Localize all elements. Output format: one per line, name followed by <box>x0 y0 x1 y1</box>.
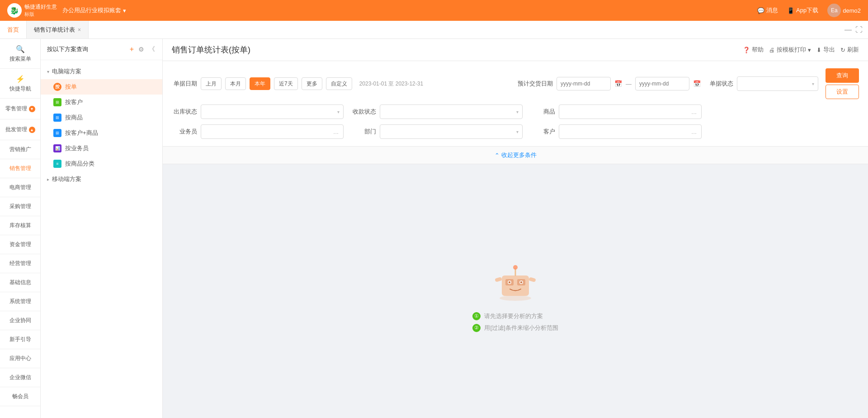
prev-month-btn[interactable]: 上月 <box>201 77 222 90</box>
empty-illustration <box>488 251 542 305</box>
sidebar-item-retail[interactable]: 零售管理 ▾ <box>0 99 40 119</box>
template-print-btn[interactable]: 🖨 按模板打印 ▾ <box>769 46 811 54</box>
sidebar-item-app-center[interactable]: 应用中心 <box>0 349 40 368</box>
sidebar-new-guide-label: 新手引导 <box>9 336 31 343</box>
sidebar-item-enterprise-wechat[interactable]: 企业微信 <box>0 368 40 387</box>
single-status-field: 单据状态 ▾ <box>708 76 818 91</box>
single-status-label: 单据状态 <box>708 80 733 88</box>
export-label: 导出 <box>823 46 835 54</box>
curr-month-btn[interactable]: 本月 <box>225 77 246 90</box>
scheme-group-mobile-header[interactable]: ▸ 移动端方案 <box>41 171 162 187</box>
predict-end-cal-icon[interactable]: 📅 <box>693 80 701 87</box>
avatar: Ea <box>827 4 841 17</box>
scheme-item-by-salesperson[interactable]: 📊 按业务员 <box>41 141 162 156</box>
by-product-icon: ⊞ <box>53 114 61 122</box>
print-dropdown-icon: ▾ <box>808 47 811 53</box>
custom-date-btn[interactable]: 自定义 <box>326 77 352 90</box>
tab-bar-actions: — ⛶ <box>844 26 868 34</box>
predict-start-cal-icon[interactable]: 📅 <box>614 80 622 87</box>
sidebar-item-sales[interactable]: 销售管理 <box>0 159 40 178</box>
pay-status-label: 收款状态 <box>351 108 376 116</box>
company-name: 办公用品行业模拟账套 <box>62 6 121 14</box>
sidebar-search-label: 搜索菜单 <box>9 55 31 63</box>
sidebar-item-basic-info[interactable]: 基础信息 <box>0 273 40 292</box>
department-select[interactable]: ▾ <box>380 124 523 139</box>
sidebar-item-marketing[interactable]: 营销推广 <box>0 140 40 159</box>
tip-num-1: ① <box>472 312 481 320</box>
top-bar-right: 💬 消息 📱 App下载 Ea demo2 <box>757 4 861 17</box>
sidebar-item-quick-nav[interactable]: ⚡ 快捷导航 <box>0 69 40 99</box>
company-selector[interactable]: 办公用品行业模拟账套 ▾ <box>62 6 126 14</box>
action-col: 查询 设置 <box>826 68 859 99</box>
pay-status-select[interactable]: ▾ <box>380 104 523 119</box>
help-btn[interactable]: ❓ 帮助 <box>743 46 764 54</box>
scheme-item-by-customer-product[interactable]: ⊞ 按客户+商品 <box>41 125 162 141</box>
message-btn[interactable]: 💬 消息 <box>757 6 778 14</box>
predict-date-field: 预计交货日期 📅 — 📅 <box>518 77 701 90</box>
predict-end-date-input[interactable] <box>635 77 689 90</box>
customer-label: 客户 <box>530 128 555 136</box>
scheme-item-by-customer[interactable]: ⊞ 按客户 <box>41 95 162 110</box>
salesperson-input[interactable]: ... <box>201 124 344 139</box>
tab-minimize-btn[interactable]: — <box>844 26 852 34</box>
salesperson-dots[interactable]: ... <box>333 128 339 135</box>
scheme-group-pc-header[interactable]: ▾ 电脑端方案 <box>41 64 162 79</box>
sidebar-item-finance[interactable]: 资金管理 <box>0 235 40 254</box>
predict-start-date-input[interactable] <box>557 77 611 90</box>
recent-seven-btn[interactable]: 近7天 <box>274 77 298 90</box>
product-dots[interactable]: ... <box>691 108 697 115</box>
sidebar-item-inventory[interactable]: 库存核算 <box>0 216 40 235</box>
sidebar-item-enterprise[interactable]: 企业协同 <box>0 311 40 330</box>
export-btn[interactable]: ⬇ 导出 <box>816 46 835 54</box>
customer-input[interactable]: ... <box>559 124 702 139</box>
pay-status-dropdown[interactable]: ▾ <box>380 104 523 119</box>
single-status-select[interactable]: ▾ <box>737 76 818 91</box>
tab-close-btn[interactable]: × <box>78 27 81 33</box>
department-label: 部门 <box>351 128 376 136</box>
user-area[interactable]: Ea demo2 <box>827 4 861 17</box>
scheme-settings-btn[interactable]: ⚙ <box>137 44 145 54</box>
empty-tip-1: ① 请先选择要分析的方案 <box>472 312 558 320</box>
sidebar-ecommerce-label: 电商管理 <box>9 184 31 191</box>
customer-dots[interactable]: ... <box>691 128 697 135</box>
sidebar-item-members[interactable]: 畅会员 <box>0 387 40 406</box>
sidebar-item-search-menu[interactable]: 🔍 搜索菜单 <box>0 39 40 69</box>
filter-row-2: 出库状态 ▾ 收款状态 ▾ <box>172 104 859 119</box>
department-dropdown[interactable]: ▾ <box>380 124 523 139</box>
sidebar-item-wholesale[interactable]: 批发管理 ▴ <box>0 119 40 140</box>
empty-tips: ① 请先选择要分析的方案 ② 用[过滤]条件来缩小分析范围 <box>472 312 558 332</box>
collapse-bar[interactable]: ⌃ 收起更多条件 <box>163 147 868 164</box>
single-status-dropdown[interactable]: ▾ <box>737 76 818 91</box>
ship-status-dropdown[interactable]: ▾ <box>201 104 344 119</box>
tab-maximize-btn[interactable]: ⛶ <box>855 26 863 34</box>
filter-row-3: 业务员 ... 部门 ▾ <box>172 124 859 139</box>
app-download-label: App下载 <box>796 6 818 14</box>
retail-arrow-icon: ▾ <box>29 106 35 112</box>
app-download-btn[interactable]: 📱 App下载 <box>787 6 818 14</box>
refresh-btn[interactable]: ↻ 刷新 <box>840 46 859 54</box>
collapse-icon: ⌃ <box>495 152 500 159</box>
scheme-item-by-order[interactable]: 按 按单 <box>41 79 162 95</box>
scheme-item-by-category[interactable]: ≡ 按商品分类 <box>41 156 162 171</box>
tab-home[interactable]: 首页 <box>0 21 27 38</box>
quick-nav-icon: ⚡ <box>16 74 25 83</box>
single-status-arrow-icon: ▾ <box>812 81 814 86</box>
query-btn[interactable]: 查询 <box>826 68 859 83</box>
curr-year-btn[interactable]: 本年 <box>250 77 270 90</box>
filter-settings-btn[interactable]: 设置 <box>826 85 859 99</box>
sidebar-item-ecommerce[interactable]: 电商管理 <box>0 178 40 197</box>
product-field: 商品 ... <box>530 104 702 119</box>
sidebar-item-operation[interactable]: 经营管理 <box>0 254 40 273</box>
page-header: 销售订单统计表(按单) ❓ 帮助 🖨 按模板打印 ▾ ⬇ <box>163 39 868 61</box>
scheme-group-mobile: ▸ 移动端方案 <box>41 171 162 187</box>
sidebar-item-purchase[interactable]: 采购管理 <box>0 197 40 216</box>
scheme-item-by-product[interactable]: ⊞ 按商品 <box>41 110 162 125</box>
sidebar-item-sys-mgmt[interactable]: 系统管理 <box>0 292 40 311</box>
scheme-collapse-btn[interactable]: 《 <box>148 44 156 54</box>
scheme-add-btn[interactable]: + <box>129 44 135 54</box>
sidebar-item-new-guide[interactable]: 新手引导 <box>0 330 40 349</box>
tab-sales-stats[interactable]: 销售订单统计表 × <box>27 21 89 38</box>
ship-status-select[interactable]: ▾ <box>201 104 344 119</box>
product-input[interactable]: ... <box>559 104 702 119</box>
more-date-btn[interactable]: 更多 <box>302 77 322 90</box>
